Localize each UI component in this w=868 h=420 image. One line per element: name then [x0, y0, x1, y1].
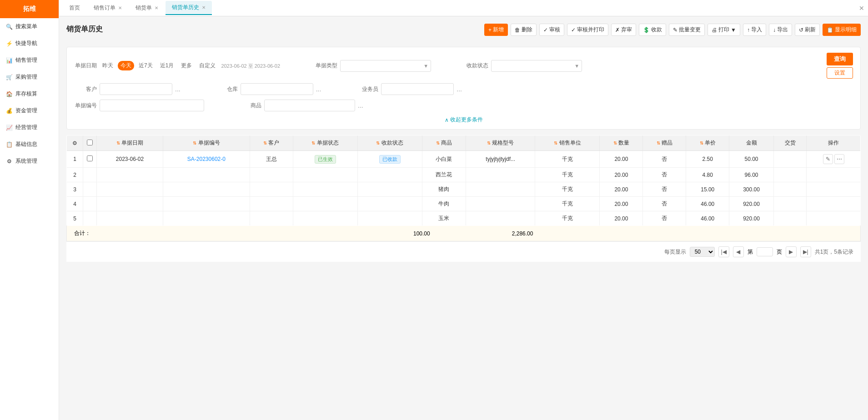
shortcut-more[interactable]: 更多 [178, 61, 195, 70]
sidebar-item-sales-mgmt[interactable]: 📊 销售管理 [0, 52, 59, 69]
staff-picker-icon[interactable]: ... [457, 85, 462, 93]
sidebar-item-basic-info[interactable]: 📋 基础信息 [0, 136, 59, 153]
col-unit[interactable]: ⇅ 销售单位 [535, 135, 600, 151]
payment-status-label: 收款状态 [466, 62, 488, 70]
next-page-button[interactable]: ▶ [786, 246, 797, 257]
sidebar-item-inventory[interactable]: 🏠 库存核算 [0, 85, 59, 102]
row-unit: 千克 [535, 151, 600, 168]
shortcut-yesterday[interactable]: 昨天 [100, 61, 116, 70]
close-all-tabs-icon[interactable]: ✕ [859, 5, 864, 12]
row-customer: 王总 [250, 151, 293, 168]
row-delivery [773, 151, 807, 168]
page-number-input[interactable]: 1 [757, 247, 773, 256]
collect-button[interactable]: 💲 收款 [639, 24, 666, 36]
row-customer [250, 182, 293, 197]
payment-status-input[interactable] [491, 60, 582, 72]
col-unit-price[interactable]: ⇅ 单价 [686, 135, 729, 151]
tab-close-sales-invoice[interactable]: ✕ [155, 5, 158, 10]
tab-sales-invoice[interactable]: 销货单 ✕ [129, 1, 165, 15]
col-spec-type[interactable]: ⇅ 规格型号 [466, 135, 535, 151]
customer-picker-icon[interactable]: ... [175, 85, 181, 93]
row-num-cell: 1 [67, 151, 83, 168]
col-gift[interactable]: ⇅ 赠品 [643, 135, 686, 151]
audit-button[interactable]: ✓ 审核 [539, 24, 564, 36]
col-settings[interactable]: ⚙ [67, 135, 83, 151]
doc-no-input[interactable] [100, 100, 204, 111]
more-action-button[interactable]: ⋯ [834, 154, 844, 164]
row-doc-no [163, 182, 250, 197]
print-icon: 🖨 [712, 27, 717, 33]
export-button[interactable]: ↓ 导出 [769, 24, 792, 36]
page-info: 共1页，5条记录 [815, 248, 853, 256]
doc-type-input[interactable] [340, 60, 431, 72]
first-page-button[interactable]: |◀ [718, 246, 729, 257]
collapse-chevron-icon: ∧ [445, 117, 449, 123]
row-delivery [773, 197, 807, 211]
col-quantity[interactable]: ⇅ 数量 [600, 135, 643, 151]
col-doc-no[interactable]: ⇅ 单据编号 [163, 135, 250, 151]
date-shortcuts: 昨天 今天 近7天 近1月 更多 自定义 [100, 61, 218, 70]
filter-date: 单据日期 昨天 今天 近7天 近1月 更多 自定义 2023-06-02 至 2… [74, 61, 280, 70]
page-size-select[interactable]: 50 100 200 [690, 247, 715, 257]
col-payment-status[interactable]: ⇅ 收款状态 [357, 135, 422, 151]
col-customer[interactable]: ⇅ 客户 [250, 135, 293, 151]
delete-button[interactable]: 🗑 删除 [511, 24, 537, 36]
edit-action-button[interactable]: ✎ [823, 154, 833, 164]
sidebar-item-label: 库存核算 [15, 90, 37, 98]
print-button[interactable]: 🖨 打印 ▼ [707, 24, 740, 36]
sidebar-item-purchase-mgmt[interactable]: 🛒 采购管理 [0, 69, 59, 85]
sort-icon: ⇅ [116, 140, 120, 145]
sidebar-item-quick-nav[interactable]: ⚡ 快捷导航 [0, 35, 59, 52]
select-all-checkbox[interactable] [87, 140, 93, 145]
row-goods: 猪肉 [422, 182, 466, 197]
sidebar-item-search-menu[interactable]: 🔍 搜索菜单 [0, 18, 59, 35]
add-button[interactable]: + 新增 [484, 24, 508, 36]
show-detail-button[interactable]: 📋 显示明细 [823, 24, 861, 36]
delete-icon: 🗑 [515, 27, 520, 33]
tab-close-sales-order[interactable]: ✕ [118, 5, 122, 10]
last-page-button[interactable]: ▶| [800, 246, 811, 257]
customer-input[interactable] [100, 83, 172, 95]
row-checkbox[interactable] [87, 155, 93, 161]
query-button[interactable]: 查询 [827, 53, 853, 65]
goods-input[interactable] [264, 100, 355, 111]
batch-change-button[interactable]: ✎ 批量变更 [669, 24, 705, 36]
import-button[interactable]: ↑ 导入 [743, 24, 766, 36]
col-goods[interactable]: ⇅ 商品 [422, 135, 466, 151]
tab-sales-history[interactable]: 销货单历史 ✕ [166, 1, 212, 15]
staff-input[interactable] [381, 83, 454, 95]
shortcut-7days[interactable]: 近7天 [136, 61, 156, 70]
row-amount: 50.00 [729, 151, 774, 168]
col-doc-status[interactable]: ⇅ 单据状态 [293, 135, 357, 151]
col-doc-date[interactable]: ⇅ 单据日期 [97, 135, 163, 151]
audit-print-button[interactable]: ✓ 审核并打印 [567, 24, 608, 36]
tab-sales-order[interactable]: 销售订单 ✕ [87, 1, 128, 15]
tab-home[interactable]: 首页 [63, 1, 86, 15]
filter-goods: 商品 ... [239, 100, 363, 111]
row-customer [250, 211, 293, 226]
collapse-button[interactable]: ∧ 收起更多条件 [445, 116, 483, 124]
abandon-button[interactable]: ✗ 弃审 [611, 24, 636, 36]
sidebar-item-operations[interactable]: 📈 经营管理 [0, 119, 59, 136]
customer-label: 客户 [74, 85, 97, 93]
shortcut-today[interactable]: 今天 [118, 61, 134, 70]
shortcut-1month[interactable]: 近1月 [157, 61, 177, 70]
toolbar: + 新增 🗑 删除 ✓ 审核 ✓ 审核并打印 ✗ 弃审 [484, 24, 861, 36]
setting-button[interactable]: 设置 [827, 67, 853, 79]
refresh-button[interactable]: ↺ 刷新 [795, 24, 820, 36]
warehouse-picker-icon[interactable]: ... [316, 85, 321, 93]
sort-icon: ⇅ [657, 140, 660, 145]
warehouse-input[interactable] [241, 83, 313, 95]
doc-type-dropdown-icon: ▼ [423, 63, 428, 69]
goods-picker-icon[interactable]: ... [358, 102, 363, 109]
shortcut-custom[interactable]: 自定义 [196, 61, 218, 70]
row-gift: 否 [643, 197, 686, 211]
sidebar-item-capital[interactable]: 💰 资金管理 [0, 102, 59, 119]
sidebar-item-system[interactable]: ⚙ 系统管理 [0, 153, 59, 170]
tab-close-sales-history[interactable]: ✕ [202, 5, 206, 10]
batch-change-icon: ✎ [673, 27, 677, 33]
prev-page-button[interactable]: ◀ [733, 246, 744, 257]
sidebar-item-label: 销售管理 [15, 56, 37, 64]
row-checkbox-cell [83, 197, 97, 211]
sidebar-item-label: 基础信息 [15, 140, 37, 148]
